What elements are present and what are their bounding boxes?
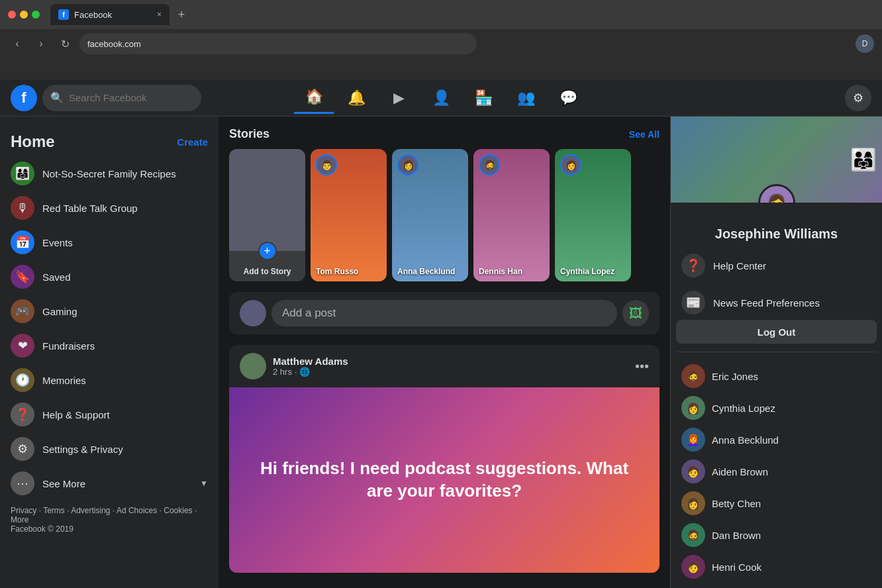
back-button[interactable]: ‹ bbox=[8, 34, 26, 53]
menu-item-news-feed-prefs[interactable]: 📰 News Feed Preferences bbox=[676, 284, 877, 315]
story-card-tom-russo[interactable]: 👨 Tom Russo bbox=[311, 149, 387, 281]
post-image: Hi friends! I need podcast suggestions. … bbox=[229, 387, 660, 573]
nav-groups-button[interactable]: 👥 bbox=[506, 82, 546, 114]
stories-section: Stories See All + Add to Story 👨 Tom Rus… bbox=[229, 127, 660, 281]
friend-item-dan-brown[interactable]: 🧔 Dan Brown bbox=[676, 519, 877, 551]
logout-button[interactable]: Log Out bbox=[676, 320, 877, 344]
settings-button[interactable]: ⚙ bbox=[845, 85, 871, 111]
sidebar-item-see-more[interactable]: ⋯ See More ▼ bbox=[5, 466, 213, 501]
gaming-icon: 🎮 bbox=[11, 299, 34, 323]
post-more-options-button[interactable]: ••• bbox=[635, 359, 649, 374]
sidebar-item-label: Gaming bbox=[42, 306, 77, 317]
browser-chrome: f Facebook × + ‹ › ↻ D bbox=[0, 0, 882, 79]
nav-messenger-button[interactable]: 💬 bbox=[548, 82, 588, 114]
photo-video-button[interactable]: 🖼 bbox=[622, 300, 649, 326]
minimize-window-button[interactable] bbox=[20, 11, 28, 19]
composer-input[interactable]: Add a post bbox=[271, 300, 617, 326]
sidebar-item-memories[interactable]: 🕐 Memories bbox=[5, 363, 213, 397]
sidebar-item-family-recipes[interactable]: 👨‍👩‍👧 Not-So-Secret Family Recipes bbox=[5, 156, 213, 191]
search-input[interactable] bbox=[69, 92, 193, 103]
footer-more-link[interactable]: More bbox=[11, 515, 28, 524]
browser-profile-icon[interactable]: D bbox=[856, 34, 874, 53]
menu-item-label: News Feed Preferences bbox=[713, 297, 871, 309]
post-meta: 2 hrs · 🌐 bbox=[273, 367, 348, 377]
story-card-dennis-han[interactable]: 🧔 Dennis Han bbox=[473, 149, 550, 281]
sidebar-item-label: Memories bbox=[42, 375, 86, 386]
help-center-icon: ❓ bbox=[681, 254, 705, 277]
sidebar-item-help-support[interactable]: ❓ Help & Support bbox=[5, 397, 213, 432]
sidebar-item-events[interactable]: 📅 Events bbox=[5, 225, 213, 260]
sidebar-item-label: Not-So-Secret Family Recipes bbox=[42, 168, 176, 179]
search-bar[interactable]: 🔍 bbox=[42, 85, 201, 111]
tab-close-button[interactable]: × bbox=[157, 10, 162, 19]
active-tab[interactable]: f Facebook × bbox=[50, 4, 170, 25]
story-card-anna-becklund[interactable]: 👩 Anna Becklund bbox=[392, 149, 468, 281]
sidebar-item-label: Help & Support bbox=[42, 409, 110, 420]
story-card-cynthia-lopez[interactable]: 👩 Cynthia Lopez bbox=[555, 149, 631, 281]
footer-cookies-link[interactable]: Cookies bbox=[164, 506, 192, 515]
menu-item-label: Help Center bbox=[713, 260, 871, 271]
friend-avatar: 👩 bbox=[681, 396, 705, 420]
family-recipes-icon: 👨‍👩‍👧 bbox=[11, 162, 34, 185]
create-button[interactable]: Create bbox=[177, 136, 208, 148]
story-avatar: 👨 bbox=[316, 154, 337, 175]
footer-ad-choices-link[interactable]: Ad Choices bbox=[117, 506, 157, 515]
divider bbox=[676, 352, 877, 352]
sidebar-item-label: Saved bbox=[42, 271, 71, 283]
friend-name: Eric Jones bbox=[712, 371, 758, 382]
nav-marketplace-button[interactable]: 🏪 bbox=[464, 82, 503, 114]
maximize-window-button[interactable] bbox=[32, 11, 40, 19]
refresh-button[interactable]: ↻ bbox=[56, 34, 74, 53]
sidebar-item-red-table[interactable]: 🎙 Red Table Talk Group bbox=[5, 191, 213, 225]
main-navigation: 🏠 🔔 ▶ 👤 🏪 👥 💬 bbox=[294, 82, 588, 114]
friend-item-aiden-brown[interactable]: 🧑 Aiden Brown bbox=[676, 456, 877, 487]
stories-title: Stories bbox=[229, 127, 270, 141]
sidebar-item-saved[interactable]: 🔖 Saved bbox=[5, 260, 213, 294]
close-window-button[interactable] bbox=[8, 11, 16, 19]
sidebar-item-label: Fundraisers bbox=[42, 340, 95, 352]
nav-notifications-button[interactable]: 🔔 bbox=[336, 82, 376, 114]
post-image-text: Hi friends! I need podcast suggestions. … bbox=[245, 458, 644, 503]
menu-item-help-center[interactable]: ❓ Help Center bbox=[676, 247, 877, 284]
sidebar-footer: Privacy · Terms · Advertising · Ad Choic… bbox=[5, 501, 213, 539]
browser-titlebar: f Facebook × + bbox=[0, 0, 882, 29]
new-tab-button[interactable]: + bbox=[172, 5, 191, 24]
friend-item-henri-cook[interactable]: 🧑 Henri Cook bbox=[676, 551, 877, 583]
footer-terms-link[interactable]: Terms bbox=[43, 506, 65, 515]
see-all-button[interactable]: See All bbox=[629, 129, 660, 140]
see-more-icon: ⋯ bbox=[11, 471, 34, 495]
url-input[interactable] bbox=[79, 33, 477, 54]
sidebar-item-label: Settings & Privacy bbox=[42, 444, 123, 455]
story-avatar: 🧔 bbox=[479, 154, 500, 175]
footer-advertising-link[interactable]: Advertising bbox=[71, 506, 110, 515]
composer-avatar bbox=[240, 300, 266, 326]
right-panel-dropdown: 👨‍👩‍👧 👩 Josephine Williams ❓ Help Center… bbox=[670, 117, 882, 588]
friend-item-cynthia-lopez[interactable]: 👩 Cynthia Lopez bbox=[676, 392, 877, 424]
story-name: Cynthia Lopez bbox=[560, 267, 614, 276]
help-icon: ❓ bbox=[11, 403, 34, 426]
sidebar-item-fundraisers[interactable]: ❤ Fundraisers bbox=[5, 328, 213, 363]
sidebar-item-settings-privacy[interactable]: ⚙ Settings & Privacy bbox=[5, 432, 213, 466]
friend-name: Cynthia Lopez bbox=[712, 403, 775, 414]
sidebar-item-gaming[interactable]: 🎮 Gaming bbox=[5, 294, 213, 328]
nav-home-button[interactable]: 🏠 bbox=[294, 82, 334, 114]
nav-profile-button[interactable]: 👤 bbox=[421, 82, 461, 114]
story-avatar: 👩 bbox=[560, 154, 581, 175]
profile-name: Josephine Williams bbox=[671, 226, 882, 242]
friend-item-eric-jones[interactable]: 🧔 Eric Jones bbox=[676, 360, 877, 392]
footer-privacy-link[interactable]: Privacy bbox=[11, 506, 36, 515]
friend-avatar: 👩‍🦰 bbox=[681, 428, 705, 452]
post-author-info: Matthew Adams 2 hrs · 🌐 bbox=[273, 356, 348, 377]
address-bar: ‹ › ↻ D bbox=[0, 29, 882, 58]
friends-list: 🧔 Eric Jones 👩 Cynthia Lopez 👩‍🦰 Anna Be… bbox=[671, 355, 882, 588]
friend-item-betty-chen[interactable]: 👩 Betty Chen bbox=[676, 487, 877, 519]
add-story-card[interactable]: + Add to Story bbox=[229, 149, 305, 281]
nav-watch-button[interactable]: ▶ bbox=[379, 82, 418, 114]
feed-post: Matthew Adams 2 hrs · 🌐 ••• Hi friends! … bbox=[229, 345, 660, 573]
friend-item-anna-becklund[interactable]: 👩‍🦰 Anna Becklund bbox=[676, 424, 877, 456]
main-feed: Stories See All + Add to Story 👨 Tom Rus… bbox=[219, 117, 670, 588]
friend-avatar: 🧑 bbox=[681, 555, 705, 579]
story-background: 👩 Anna Becklund bbox=[392, 149, 468, 281]
footer-copyright: Facebook © 2019 bbox=[11, 524, 74, 534]
forward-button[interactable]: › bbox=[32, 34, 50, 53]
